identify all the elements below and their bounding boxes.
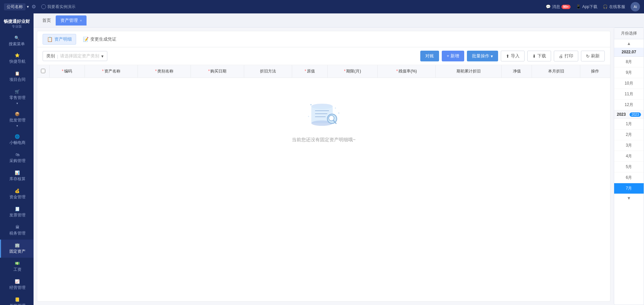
wholesale-label: 批发管理 <box>9 117 25 123</box>
user-avatar[interactable]: Ai <box>631 2 640 11</box>
content-area: 首页 资产管理 × 📋 资产明细 📝 变更生成凭证 <box>34 13 644 305</box>
online-service-label: 在线客服 <box>609 4 625 10</box>
demo-link[interactable]: 我要看实例演示 <box>41 4 75 10</box>
online-service-btn[interactable]: 🎧 在线客服 <box>603 4 625 10</box>
svg-point-12 <box>308 116 309 117</box>
sidebar-item-wholesale[interactable]: 📦 批发管理 ▾ <box>0 108 34 131</box>
toolbar-left: 类别 | 请选择固定资产类别 ▾ <box>43 51 107 61</box>
purchase-label: 采购管理 <box>9 158 25 164</box>
table-body: 当前您还没有固定资产明细哦~ <box>37 78 610 163</box>
app-download-btn[interactable]: 📱 App下载 <box>576 4 597 10</box>
top-bar-right: 💬 消息 99+ 📱 App下载 🎧 在线客服 Ai <box>546 2 640 11</box>
tax-label: 税务管理 <box>9 231 25 236</box>
month-picker-current-year[interactable]: 2022.07 <box>614 48 644 57</box>
sidebar-item-payroll[interactable]: 💵 工资 <box>0 258 34 276</box>
import-button[interactable]: ⬆ 导入 <box>501 51 525 61</box>
invoice-icon: 🧾 <box>15 207 20 211</box>
th-name: *资产名称 <box>85 65 138 78</box>
reconcile-button[interactable]: 对账 <box>420 51 439 61</box>
table-container: *编码 *资产名称 *类别名称 *购买日期 折旧方法 *原值 *期限(月) *残… <box>37 65 610 301</box>
svg-point-10 <box>335 108 336 109</box>
company-name[interactable]: 公司名称 <box>4 3 25 10</box>
sidebar-item-fixed-assets[interactable]: 🏢 固定资产 <box>0 240 34 258</box>
sidebar-item-ledger[interactable]: 📒 总账管理 <box>0 294 34 305</box>
sidebar-item-search[interactable]: 🔍 搜索菜单 <box>0 33 34 50</box>
sidebar-item-quick-nav[interactable]: ⭐ 快捷导航 <box>0 50 34 68</box>
sub-tab-change-voucher[interactable]: 📝 变更生成凭证 <box>79 34 120 44</box>
month-item-sep[interactable]: 9月 <box>614 67 644 78</box>
month-item-aug[interactable]: 8月 <box>614 57 644 67</box>
app-download-label: App下载 <box>582 4 597 10</box>
month-item-jul-current[interactable]: 7月 <box>614 183 644 194</box>
sub-tab-asset-detail[interactable]: 📋 资产明细 <box>43 34 76 45</box>
print-button[interactable]: 🖨 打印 <box>554 51 578 61</box>
company-dropdown-icon[interactable]: ▾ <box>27 4 29 9</box>
month-item-apr[interactable]: 4月 <box>614 151 644 162</box>
message-btn[interactable]: 💬 消息 99+ <box>546 4 571 10</box>
asset-detail-label: 资产明细 <box>54 36 72 42</box>
tab-home[interactable]: 首页 <box>38 15 56 26</box>
month-item-nov[interactable]: 11月 <box>614 89 644 100</box>
month-item-dec[interactable]: 12月 <box>614 100 644 110</box>
app-logo: 畅捷通好业财 专业版 <box>0 16 34 33</box>
message-icon: 💬 <box>546 4 551 9</box>
finance-icon: 💰 <box>15 189 20 193</box>
sidebar-item-retail[interactable]: 🛒 零售管理 ▾ <box>0 86 34 108</box>
refresh-button[interactable]: ↻ 刷新 <box>581 51 605 61</box>
add-button[interactable]: + 新增 <box>442 51 464 61</box>
quick-nav-label: 快捷导航 <box>9 59 25 64</box>
tab-asset-management[interactable]: 资产管理 × <box>56 15 87 26</box>
logo-title: 畅捷通好业财 <box>3 19 30 24</box>
month-item-jan[interactable]: 1月 <box>614 119 644 130</box>
logo-subtitle: 专业版 <box>3 24 30 29</box>
inventory-icon: 📊 <box>15 170 20 175</box>
th-checkbox <box>37 65 49 78</box>
empty-row: 当前您还没有固定资产明细哦~ <box>37 78 610 163</box>
sidebar-item-ecommerce[interactable]: 🌐 小畅电商 <box>0 131 34 149</box>
sidebar-item-inventory[interactable]: 📊 库存核算 <box>0 167 34 185</box>
demo-circle-icon <box>41 4 46 9</box>
operations-icon: 📈 <box>15 279 20 284</box>
toolbar: 类别 | 请选择固定资产类别 ▾ 对账 + 新增 <box>37 47 610 65</box>
download-button[interactable]: ⬇ 下载 <box>527 51 551 61</box>
sidebar-item-purchase[interactable]: 🛍 采购管理 <box>0 149 34 167</box>
import-icon: ⬆ <box>506 54 509 59</box>
home-label: 首页 <box>42 17 51 23</box>
batch-button[interactable]: 批量操作 ▾ <box>467 51 498 61</box>
month-picker-header: 月份选择 <box>614 28 644 39</box>
search-label: 搜索菜单 <box>9 41 25 47</box>
category-placeholder: 请选择固定资产类别 <box>60 53 99 59</box>
fixed-assets-icon: 🏢 <box>15 243 20 248</box>
th-purchase-date: *购买日期 <box>191 65 244 78</box>
empty-state: 当前您还没有固定资产明细哦~ <box>37 78 610 163</box>
search-icon: 🔍 <box>14 36 19 40</box>
month-item-may[interactable]: 5月 <box>614 162 644 172</box>
sidebar-item-tax[interactable]: 🏛 税务管理 <box>0 221 34 240</box>
month-picker-down-nav[interactable]: ▼ <box>614 194 644 202</box>
sidebar-item-operations[interactable]: 📈 经营管理 <box>0 276 34 294</box>
select-all-checkbox[interactable] <box>41 69 45 73</box>
category-filter[interactable]: 类别 | 请选择固定资产类别 ▾ <box>43 51 107 61</box>
month-item-mar[interactable]: 3月 <box>614 140 644 151</box>
main-content: 📋 资产明细 📝 变更生成凭证 类别 | 请选择固定资产类别 <box>37 31 610 302</box>
company-selector[interactable]: 公司名称 ▾ <box>4 3 29 10</box>
invoice-label: 发票管理 <box>9 212 25 218</box>
retail-label: 零售管理 <box>9 95 25 101</box>
th-code: *编码 <box>49 65 85 78</box>
month-picker-panel: 月份选择 ▲ 2022.07 8月 9月 10月 11月 12月 2023 20… <box>614 28 644 305</box>
month-item-oct[interactable]: 10月 <box>614 78 644 89</box>
sidebar-item-project[interactable]: 📋 项目合同 <box>0 68 34 86</box>
demo-text[interactable]: 我要看实例演示 <box>47 4 75 10</box>
reconcile-label: 对账 <box>425 53 434 59</box>
month-item-jun[interactable]: 6月 <box>614 172 644 183</box>
down-arrow-icon: ▼ <box>627 196 631 201</box>
close-tab-icon[interactable]: × <box>80 18 82 22</box>
sidebar-item-finance[interactable]: 💰 资金管理 <box>0 185 34 203</box>
toolbar-right: 对账 + 新增 批量操作 ▾ ⬆ 导入 <box>420 51 605 61</box>
sidebar-item-invoice[interactable]: 🧾 发票管理 <box>0 203 34 221</box>
project-label: 项目合同 <box>9 77 25 83</box>
settings-icon[interactable]: ⚙ <box>32 4 36 10</box>
month-item-feb[interactable]: 2月 <box>614 130 644 140</box>
ecommerce-icon: 🌐 <box>15 134 20 139</box>
month-picker-up-nav[interactable]: ▲ <box>614 39 644 48</box>
